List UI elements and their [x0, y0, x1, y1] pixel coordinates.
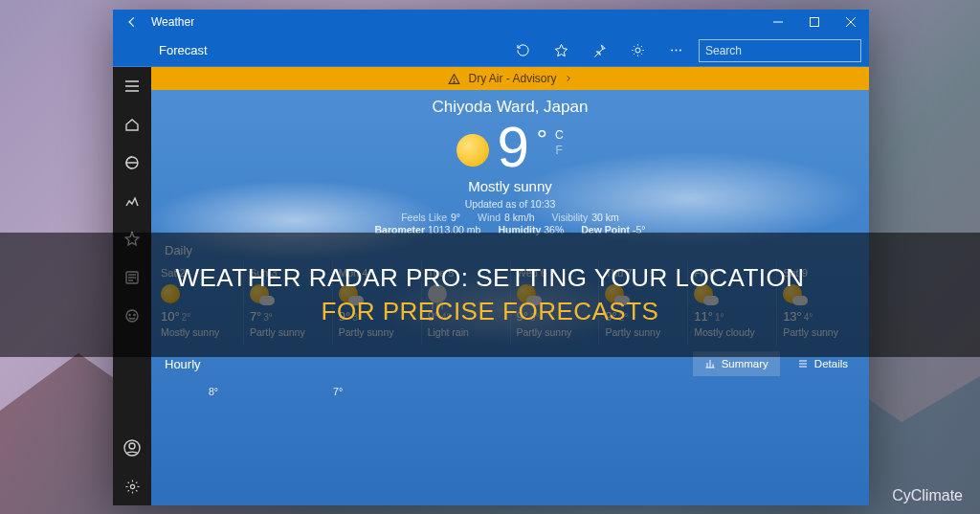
nav-account[interactable]	[113, 429, 151, 467]
back-button[interactable]	[113, 15, 151, 29]
hourly-tick: 7°	[333, 386, 343, 397]
headline-line1: WEATHER RADAR PRO: SETTING YOUR LOCATION	[175, 263, 804, 293]
updated-time: Updated as of 10:33	[151, 198, 869, 210]
warning-icon	[448, 73, 460, 85]
minimize-button[interactable]	[760, 10, 796, 34]
pin-button[interactable]	[580, 34, 618, 67]
app-title: Weather	[151, 15, 194, 29]
svg-point-5	[671, 50, 673, 52]
theme-button[interactable]	[618, 34, 657, 67]
window-titlebar: Weather	[113, 10, 869, 34]
nav-maps[interactable]	[113, 144, 151, 182]
hourly-heading: Hourly	[165, 357, 201, 371]
svg-point-7	[679, 50, 680, 52]
current-condition: Mostly sunny	[151, 178, 869, 194]
current-conditions: Chiyoda Ward, Japan 9 ° C F Mostly sunny…	[151, 90, 869, 235]
nav-home[interactable]	[113, 105, 151, 144]
location-name: Chiyoda Ward, Japan	[151, 98, 869, 117]
brand-watermark: CyClimate	[892, 487, 963, 504]
headline-line2: FOR PRECISE FORECASTS	[322, 297, 659, 326]
close-button[interactable]	[833, 10, 869, 34]
promo-headline: WEATHER RADAR PRO: SETTING YOUR LOCATION…	[0, 233, 980, 357]
svg-point-23	[454, 81, 455, 82]
hourly-preview: 8° 7°	[151, 376, 869, 397]
chart-icon	[704, 358, 716, 369]
command-bar: Forecast	[113, 34, 869, 67]
svg-point-6	[675, 50, 677, 52]
nav-history[interactable]	[113, 182, 151, 220]
unit-fahrenheit[interactable]: F	[555, 144, 564, 159]
more-button[interactable]	[657, 34, 695, 67]
summary-label: Summary	[722, 358, 768, 369]
svg-point-21	[130, 484, 134, 488]
search-input[interactable]	[699, 39, 861, 62]
metrics-row-1: Feels Like9° Wind8 km/h Visibility30 km	[151, 212, 869, 223]
advisory-banner[interactable]: Dry Air - Advisory	[151, 67, 869, 90]
current-temp: 9	[497, 119, 528, 176]
list-icon	[797, 358, 809, 369]
hamburger-button[interactable]	[113, 67, 151, 105]
svg-point-4	[635, 48, 640, 53]
unit-celsius[interactable]: C	[555, 128, 564, 144]
details-label: Details	[814, 358, 848, 369]
advisory-text: Dry Air - Advisory	[468, 72, 556, 85]
favorite-button[interactable]	[542, 34, 580, 67]
svg-point-20	[129, 443, 135, 449]
svg-rect-1	[811, 18, 819, 27]
page-title: Forecast	[159, 43, 208, 57]
sun-icon	[457, 134, 489, 167]
nav-settings[interactable]	[113, 467, 151, 505]
refresh-button[interactable]	[503, 34, 542, 67]
chevron-right-icon	[565, 75, 572, 82]
maximize-button[interactable]	[796, 10, 833, 34]
degree-symbol: °	[537, 124, 547, 155]
hourly-tick: 8°	[209, 386, 218, 397]
